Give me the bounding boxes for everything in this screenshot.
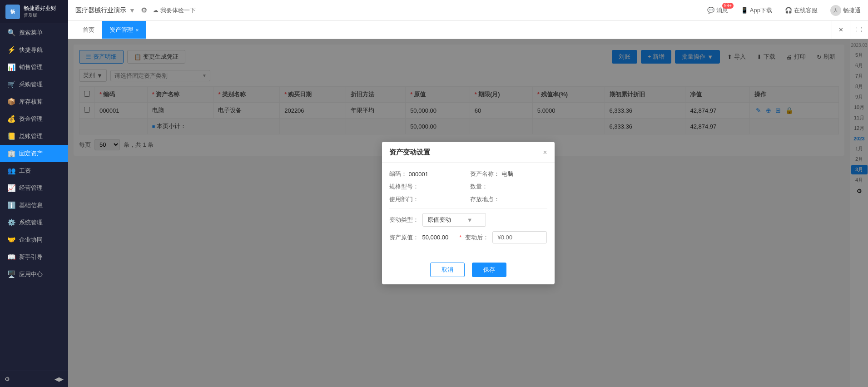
tab-home[interactable]: 首页 xyxy=(75,21,102,39)
sidebar-item-label: 快捷导航 xyxy=(19,46,43,54)
sidebar-item-apps[interactable]: 🖥️ 应用中心 xyxy=(0,266,68,283)
logo-icon: 畅 xyxy=(5,5,20,19)
modal-row-dept-loc: 使用部门： 存放地点： xyxy=(389,195,547,203)
sales-icon: 📊 xyxy=(7,63,15,71)
ledger-icon: 📒 xyxy=(7,132,15,140)
modal-field-qty: 数量： xyxy=(470,183,547,191)
payroll-icon: 👥 xyxy=(7,167,15,175)
sidebar-item-label: 搜索菜单 xyxy=(19,29,43,37)
sidebar-item-funds[interactable]: 💰 资金管理 xyxy=(0,110,68,128)
trial-text: 我要体验一下 xyxy=(160,6,196,15)
funds-icon: 💰 xyxy=(7,115,15,123)
sidebar-item-label: 应用中心 xyxy=(19,270,43,278)
modal-title: 资产变动设置 xyxy=(389,148,430,157)
tab-asset-mgmt[interactable]: 资产管理 × xyxy=(102,21,146,39)
modal-row-code-name: 编码： 000001 资产名称： 电脑 xyxy=(389,170,547,178)
operations-icon: 📈 xyxy=(7,184,15,192)
sidebar-bottom: ⚙ ◀▶ xyxy=(0,371,68,387)
apps-icon: 🖥️ xyxy=(7,270,15,278)
collapse-icon[interactable]: ◀▶ xyxy=(55,376,64,382)
sidebar-nav: 🔍 搜索菜单 ⚡ 快捷导航 📊 销售管理 🛒 采购管理 📦 库存核算 💰 xyxy=(0,24,68,371)
headset-icon: 🎧 xyxy=(785,7,792,14)
required-mark: * xyxy=(459,234,461,241)
modal-change-type-row: 变动类型： 原值变动 ▼ xyxy=(389,213,547,227)
sidebar-item-inventory[interactable]: 📦 库存核算 xyxy=(0,93,68,110)
change-type-select[interactable]: 原值变动 ▼ xyxy=(422,213,486,227)
modal-header: 资产变动设置 × xyxy=(382,142,555,163)
content-area: ☰ 资产明细 📋 变更生成凭证 刘账 + 新增 xyxy=(68,39,868,387)
sidebar-item-guide[interactable]: 📖 新手引导 xyxy=(0,248,68,266)
modal-footer: 取消 保存 xyxy=(382,258,555,284)
system-icon: ⚙️ xyxy=(7,218,15,227)
guide-icon: 📖 xyxy=(7,253,15,261)
sidebar-item-purchase[interactable]: 🛒 采购管理 xyxy=(0,76,68,93)
cloud-icon: ☁ xyxy=(153,7,159,14)
sidebar-item-label: 库存核算 xyxy=(19,98,43,106)
modal-field-model: 规格型号： xyxy=(389,183,466,191)
sidebar-item-operations[interactable]: 📈 经营管理 xyxy=(0,179,68,197)
after-change-input[interactable] xyxy=(492,231,547,243)
basic-info-icon: ℹ️ xyxy=(7,201,15,209)
settings-icon[interactable]: ⚙ xyxy=(5,376,10,382)
top-bar-right: 💬 消息 99+ 📱 App下载 🎧 在线客服 人 畅捷通 xyxy=(707,5,861,16)
search-icon: 🔍 xyxy=(7,29,15,37)
sidebar-item-label: 总账管理 xyxy=(19,132,43,140)
tab-expand-btn[interactable]: ⛶ xyxy=(850,21,868,39)
company-title: 医疗器械行业演示 ▼ xyxy=(75,6,135,15)
save-button[interactable]: 保存 xyxy=(472,263,506,277)
top-bar: 医疗器械行业演示 ▼ ⚙ ☁ 我要体验一下 💬 消息 99+ 📱 App下载 xyxy=(68,0,868,21)
modal-row-model-qty: 规格型号： 数量： xyxy=(389,183,547,191)
avatar: 人 xyxy=(830,5,841,16)
sidebar-item-label: 系统管理 xyxy=(19,218,43,227)
user-profile[interactable]: 人 畅捷通 xyxy=(830,5,861,16)
cancel-button[interactable]: 取消 xyxy=(430,263,465,277)
sidebar-item-label: 经营管理 xyxy=(19,184,43,192)
modal-field-dept: 使用部门： xyxy=(389,195,466,203)
sidebar-item-collab[interactable]: 🤝 企业协同 xyxy=(0,231,68,248)
online-service-btn[interactable]: 🎧 在线客服 xyxy=(785,6,818,15)
sidebar-item-ledger[interactable]: 📒 总账管理 xyxy=(0,128,68,145)
asset-change-modal: 资产变动设置 × 编码： 000001 资产名称： 电脑 xyxy=(382,142,555,284)
modal-overlay: 资产变动设置 × 编码： 000001 资产名称： 电脑 xyxy=(68,39,868,387)
message-badge[interactable]: 💬 消息 99+ xyxy=(707,6,728,15)
modal-close-btn[interactable]: × xyxy=(543,149,547,157)
message-icon: 💬 xyxy=(707,7,714,14)
sidebar-item-label: 新手引导 xyxy=(19,253,43,261)
sidebar-item-basic-info[interactable]: ℹ️ 基础信息 xyxy=(0,197,68,214)
username: 畅捷通 xyxy=(843,6,861,15)
main-area: 医疗器械行业演示 ▼ ⚙ ☁ 我要体验一下 💬 消息 99+ 📱 App下载 xyxy=(68,0,868,387)
purchase-icon: 🛒 xyxy=(7,80,15,89)
sidebar-item-payroll[interactable]: 👥 工资 xyxy=(0,162,68,179)
collab-icon: 🤝 xyxy=(7,236,15,244)
sidebar-item-system[interactable]: ⚙️ 系统管理 xyxy=(0,214,68,231)
sidebar-item-label: 企业协同 xyxy=(19,236,43,244)
gear-icon[interactable]: ⚙ xyxy=(141,6,147,15)
badge-count: 99+ xyxy=(722,3,734,9)
sidebar: 畅 畅捷通好业财 普及版 🔍 搜索菜单 ⚡ 快捷导航 📊 销售管理 🛒 采 xyxy=(0,0,68,387)
modal-field-name: 资产名称： 电脑 xyxy=(470,170,547,178)
logo-text: 畅捷通好业财 xyxy=(24,5,56,12)
quicknav-icon: ⚡ xyxy=(7,46,15,54)
sidebar-item-label: 采购管理 xyxy=(19,80,43,89)
sidebar-item-label: 固定资产 xyxy=(19,149,43,158)
close-tab-icon[interactable]: × xyxy=(136,27,139,33)
download-icon: 📱 xyxy=(741,7,748,14)
sidebar-item-quicknav[interactable]: ⚡ 快捷导航 xyxy=(0,41,68,59)
modal-field-location: 存放地点： xyxy=(470,195,547,203)
company-name: 医疗器械行业演示 xyxy=(75,6,126,15)
sidebar-item-label: 基础信息 xyxy=(19,201,43,209)
sidebar-item-fixed-assets[interactable]: 🏢 固定资产 xyxy=(0,145,68,162)
tab-bar: 首页 资产管理 × ✕ ⛶ xyxy=(68,21,868,39)
sidebar-item-sales[interactable]: 📊 销售管理 xyxy=(0,59,68,76)
app-download-btn[interactable]: 📱 App下载 xyxy=(741,6,772,15)
sidebar-item-search[interactable]: 🔍 搜索菜单 xyxy=(0,24,68,41)
fixed-assets-icon: 🏢 xyxy=(7,149,15,158)
tab-close-btn[interactable]: ✕ xyxy=(832,21,850,39)
cloud-trial[interactable]: ☁ 我要体验一下 xyxy=(153,6,196,15)
logo-sub: 普及版 xyxy=(24,12,56,19)
modal-value-row: 资产原值： 50,000.00 * 变动后： xyxy=(389,231,547,243)
sidebar-item-label: 销售管理 xyxy=(19,63,43,71)
chevron-down-icon: ▼ xyxy=(129,7,135,14)
sidebar-item-label: 资金管理 xyxy=(19,115,43,123)
sidebar-item-label: 工资 xyxy=(19,167,31,175)
